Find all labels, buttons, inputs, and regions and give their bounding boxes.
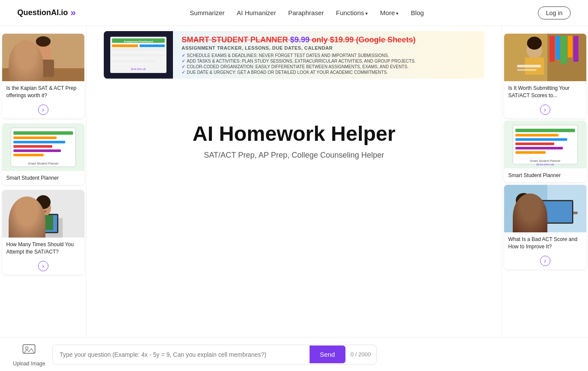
svg-rect-51 [515, 129, 575, 132]
card-how-many[interactable]: How Many Times Should You Attempt the SA… [2, 190, 84, 275]
card-kaplan-image [2, 34, 84, 81]
svg-point-45 [527, 37, 542, 50]
svg-rect-52 [515, 134, 559, 136]
login-button[interactable]: Log in [538, 6, 571, 19]
card-kaplan-arrow[interactable]: › [38, 105, 48, 115]
card-planner-right-image: Smart Student Planner $9.99 (55% off) [504, 121, 586, 168]
svg-rect-9 [13, 131, 73, 135]
svg-rect-29 [112, 48, 165, 50]
svg-rect-66 [514, 214, 534, 227]
svg-text:Smart Student Planner: Smart Student Planner [530, 159, 560, 162]
svg-rect-10 [13, 136, 57, 139]
svg-rect-48 [517, 69, 537, 71]
card-planner-right[interactable]: Smart Student Planner $9.99 (55% off) Sm… [504, 121, 586, 183]
card-bad-act[interactable]: What Is a Bad ACT Score and How to Impro… [504, 185, 586, 270]
svg-rect-41 [561, 36, 567, 64]
svg-point-65 [516, 193, 531, 208]
svg-rect-28 [140, 44, 165, 47]
card-planner-left-title: Smart Student Planner [2, 171, 84, 185]
svg-rect-11 [13, 141, 65, 143]
nav-paraphraser[interactable]: Paraphraser [288, 9, 324, 16]
svg-rect-32 [112, 57, 147, 59]
nav-summarizer[interactable]: Summarizer [190, 9, 225, 16]
nav-blog[interactable]: Blog [411, 9, 424, 16]
svg-text:Assignment Dashboard: Assignment Dashboard [124, 40, 153, 43]
svg-rect-30 [112, 51, 165, 53]
card-kaplan[interactable]: Is the Kaplan SAT & ACT Prep offerings w… [2, 34, 84, 118]
svg-point-6 [36, 36, 51, 47]
svg-rect-27 [112, 44, 138, 47]
svg-rect-34 [112, 63, 151, 65]
banner-feature-4: DUE DATE & URGENCY: GET A BROAD OR DETAI… [182, 70, 476, 75]
svg-rect-14 [13, 154, 44, 156]
upload-image-button[interactable]: Upload Image [13, 342, 45, 367]
nav-more[interactable]: More [380, 9, 399, 16]
svg-rect-54 [515, 143, 554, 145]
card-worth-submitting-arrow[interactable]: › [540, 105, 550, 115]
banner-features: SCHEDULE EXAMS & DEADLINES: NEVER FORGET… [182, 53, 476, 75]
center-area: Assignment Dashboard $9.99 (55% off) SMA… [86, 26, 502, 371]
upload-icon [22, 342, 36, 359]
navbar: QuestionAI.io » Summarizer AI Humanizer … [0, 0, 588, 26]
nav-ai-humanizer[interactable]: AI Humanizer [237, 9, 276, 16]
sidebar-left: Is the Kaplan SAT & ACT Prep offerings w… [0, 26, 86, 371]
logo-text: QuestionAI.io [17, 8, 68, 17]
svg-rect-13 [13, 149, 61, 152]
upload-label: Upload Image [13, 361, 45, 367]
hero-subtitle: SAT/ACT Prep, AP Prep, College Counselin… [204, 151, 384, 160]
card-planner-right-title: Smart Student Planner [504, 168, 586, 183]
question-input-wrap: Send 0 / 2000 [52, 345, 377, 365]
svg-point-64 [515, 198, 532, 217]
svg-rect-39 [550, 36, 555, 62]
card-how-many-arrow[interactable]: › [38, 261, 48, 271]
page-wrap: Is the Kaplan SAT & ACT Prep offerings w… [0, 0, 588, 371]
char-count: 0 / 2000 [345, 351, 376, 358]
nav-functions[interactable]: Functions [336, 9, 368, 16]
svg-text:$9.99 (55% off): $9.99 (55% off) [131, 68, 146, 70]
svg-text:Smart Student Planner: Smart Student Planner [28, 162, 58, 165]
svg-point-67 [527, 207, 535, 214]
svg-rect-55 [515, 147, 563, 149]
send-button[interactable]: Send [310, 346, 345, 363]
hero-section: AI Homework Helper SAT/ACT Prep, AP Prep… [184, 87, 404, 177]
banner-content: SMART STUDENT PLANNER $9.99 only $19.99 … [173, 31, 484, 79]
svg-rect-33 [112, 60, 155, 62]
svg-point-2 [16, 63, 40, 78]
bottom-bar: Upload Image Send 0 / 2000 [0, 337, 588, 371]
nav-links: Summarizer AI Humanizer Paraphraser Func… [190, 9, 424, 16]
card-bad-act-image [504, 185, 586, 232]
banner-image: Assignment Dashboard $9.99 (55% off) [104, 31, 173, 79]
card-how-many-title: How Many Times Should You Attempt the SA… [2, 238, 84, 259]
logo[interactable]: QuestionAI.io » [17, 7, 76, 19]
banner-title: SMART STUDENT PLANNER $9.99 only $19.99 … [182, 35, 476, 44]
svg-text:$9.99 (55% off): $9.99 (55% off) [536, 163, 554, 166]
card-worth-submitting[interactable]: Is It Worth Submitting Your SAT/ACT Scor… [504, 34, 586, 118]
svg-point-69 [26, 347, 28, 349]
svg-rect-43 [573, 36, 578, 62]
logo-icon: » [70, 7, 76, 19]
svg-rect-42 [568, 36, 572, 57]
card-bad-act-title: What Is a Bad ACT Score and How to Impro… [504, 232, 586, 254]
svg-rect-40 [556, 36, 560, 60]
svg-rect-63 [536, 201, 572, 222]
banner-feature-1: SCHEDULE EXAMS & DEADLINES: NEVER FORGET… [182, 53, 476, 58]
banner-subtitle: ASSIGNMENT TRACKER, LESSONS, DUE DATES, … [182, 45, 476, 51]
sidebar-right: Is It Worth Submitting Your SAT/ACT Scor… [502, 26, 588, 371]
card-worth-submitting-image [504, 34, 586, 81]
card-how-many-image [2, 190, 84, 238]
svg-rect-56 [515, 151, 546, 154]
question-input[interactable] [53, 345, 310, 364]
card-planner-left-image: Smart Student Planner [2, 124, 84, 171]
svg-rect-47 [517, 65, 541, 67]
card-planner-left[interactable]: Smart Student Planner Smart Student Plan… [2, 124, 84, 185]
card-bad-act-arrow[interactable]: › [540, 256, 550, 266]
svg-rect-4 [32, 60, 54, 77]
promo-banner[interactable]: Assignment Dashboard $9.99 (55% off) SMA… [104, 31, 484, 79]
svg-rect-12 [13, 145, 52, 148]
banner-feature-2: ADD TASKS & ACTIVITIES: PLAN STUDY SESSI… [182, 59, 476, 63]
svg-rect-31 [112, 54, 165, 56]
banner-feature-3: COLOR-CODED ORGANIZATION: EASILY DIFFERE… [182, 64, 476, 69]
card-kaplan-title: Is the Kaplan SAT & ACT Prep offerings w… [2, 81, 84, 103]
hero-title: AI Homework Helper [192, 122, 395, 146]
svg-rect-22 [33, 215, 53, 230]
